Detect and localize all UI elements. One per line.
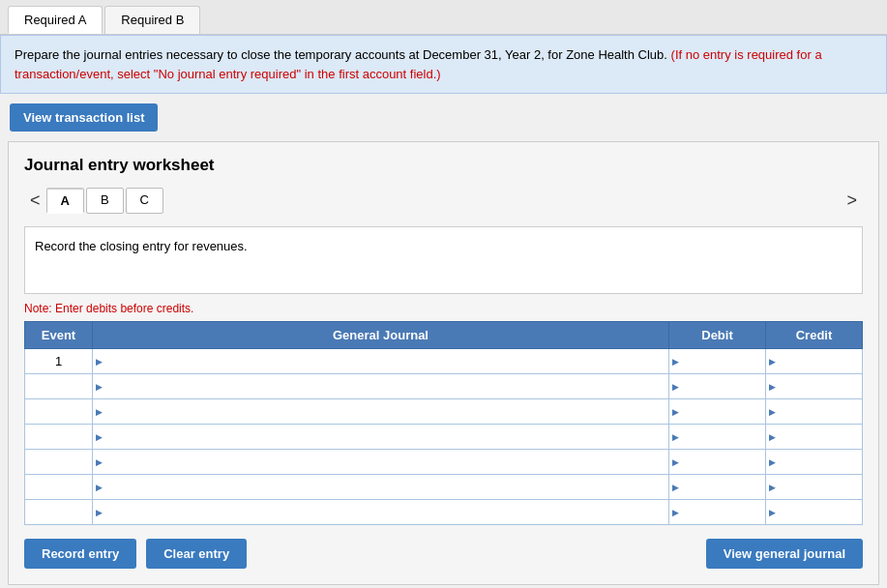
event-cell-1: 1 (25, 349, 93, 374)
table-row (25, 425, 863, 450)
credit-cell-1[interactable] (766, 349, 863, 374)
journal-input-7[interactable] (95, 500, 666, 524)
table-row: 1 (25, 349, 863, 374)
credit-cell-2[interactable] (766, 374, 863, 399)
debit-cell-4[interactable] (669, 425, 766, 450)
worksheet-title: Journal entry worksheet (24, 156, 863, 175)
table-row (25, 475, 863, 500)
credit-cell-7[interactable] (766, 500, 863, 525)
view-general-journal-button[interactable]: View general journal (706, 539, 863, 569)
journal-cell-6[interactable] (93, 475, 669, 500)
journal-input-2[interactable] (95, 374, 666, 398)
credit-input-1[interactable] (768, 349, 860, 373)
tabs-bar: Required A Required B (0, 0, 887, 35)
event-cell-4 (25, 425, 93, 450)
credit-input-3[interactable] (768, 399, 860, 424)
debit-input-7[interactable] (671, 500, 763, 524)
credit-cell-5[interactable] (766, 450, 863, 475)
debit-input-1[interactable] (671, 349, 763, 373)
event-cell-2 (25, 374, 93, 399)
entry-note: Note: Enter debits before credits. (24, 302, 863, 315)
credit-input-6[interactable] (768, 475, 860, 499)
credit-input-2[interactable] (768, 374, 860, 398)
debit-cell-3[interactable] (669, 399, 766, 425)
instruction-box: Prepare the journal entries necessary to… (0, 35, 887, 94)
journal-cell-3[interactable] (93, 399, 669, 425)
tab-required-a[interactable]: Required A (8, 6, 103, 34)
credit-input-4[interactable] (768, 425, 860, 449)
credit-cell-6[interactable] (766, 475, 863, 500)
col-header-debit: Debit (669, 322, 766, 349)
table-row (25, 399, 863, 425)
debit-cell-5[interactable] (669, 450, 766, 475)
journal-input-4[interactable] (95, 425, 666, 449)
table-row (25, 374, 863, 399)
event-cell-3 (25, 399, 93, 425)
journal-input-3[interactable] (95, 399, 666, 424)
next-entry-arrow[interactable]: > (841, 187, 863, 215)
journal-cell-5[interactable] (93, 450, 669, 475)
tab-required-b[interactable]: Required B (104, 6, 200, 34)
credit-cell-4[interactable] (766, 425, 863, 450)
entry-tabs: A B C (46, 188, 163, 214)
instruction-main-text: Prepare the journal entries necessary to… (15, 47, 667, 62)
col-header-credit: Credit (766, 322, 863, 349)
debit-input-4[interactable] (671, 425, 763, 449)
debit-input-5[interactable] (671, 450, 763, 474)
journal-input-1[interactable] (95, 349, 666, 373)
record-entry-button[interactable]: Record entry (24, 539, 136, 569)
journal-cell-1[interactable] (93, 349, 669, 374)
clear-entry-button[interactable]: Clear entry (146, 539, 247, 569)
entry-tab-c[interactable]: C (126, 188, 163, 214)
journal-cell-7[interactable] (93, 500, 669, 525)
entry-description: Record the closing entry for revenues. (24, 226, 863, 294)
journal-input-6[interactable] (95, 475, 666, 499)
col-header-journal: General Journal (93, 322, 669, 349)
credit-cell-3[interactable] (766, 399, 863, 425)
debit-input-3[interactable] (671, 399, 763, 424)
debit-input-2[interactable] (671, 374, 763, 398)
event-cell-5 (25, 450, 93, 475)
debit-cell-7[interactable] (669, 500, 766, 525)
journal-input-5[interactable] (95, 450, 666, 474)
credit-input-7[interactable] (768, 500, 860, 524)
event-cell-6 (25, 475, 93, 500)
buttons-row: Record entry Clear entry View general jo… (24, 539, 863, 569)
prev-entry-arrow[interactable]: < (24, 187, 46, 215)
event-cell-7 (25, 500, 93, 525)
table-row (25, 450, 863, 475)
debit-cell-1[interactable] (669, 349, 766, 374)
col-header-event: Event (25, 322, 93, 349)
entry-nav-row: < A B C > (24, 187, 863, 215)
table-row (25, 500, 863, 525)
journal-cell-2[interactable] (93, 374, 669, 399)
debit-input-6[interactable] (671, 475, 763, 499)
worksheet-container: Journal entry worksheet < A B C > Record… (8, 141, 879, 585)
entry-tab-a[interactable]: A (46, 188, 84, 214)
credit-input-5[interactable] (768, 450, 860, 474)
entry-tab-b[interactable]: B (86, 188, 124, 214)
journal-table: Event General Journal Debit Credit 1 (24, 321, 863, 525)
journal-cell-4[interactable] (93, 425, 669, 450)
debit-cell-6[interactable] (669, 475, 766, 500)
view-transaction-button[interactable]: View transaction list (10, 103, 158, 132)
debit-cell-2[interactable] (669, 374, 766, 399)
